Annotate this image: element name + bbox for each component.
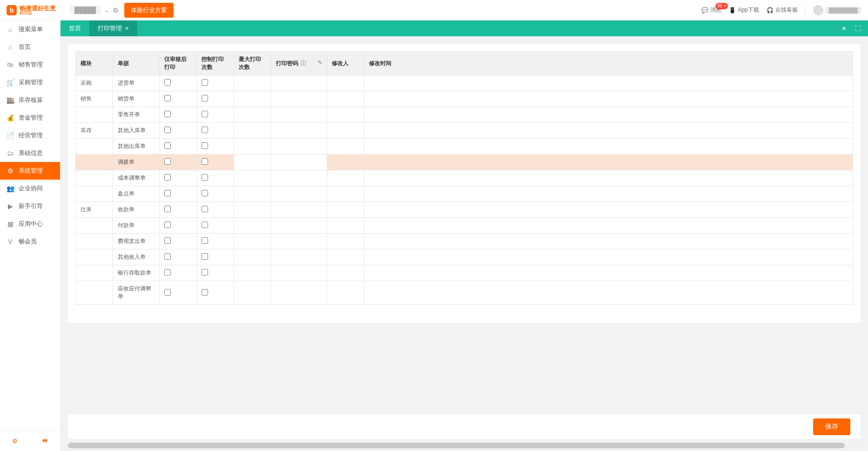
messages-link[interactable]: 💬 消息 99 + <box>701 6 721 14</box>
cell-doc: 盘点单 <box>113 186 160 202</box>
cell-password[interactable] <box>271 170 327 186</box>
table-row: 成本调整单 <box>76 170 853 186</box>
user-menu[interactable]: ████████ <box>813 5 861 15</box>
save-button[interactable]: 保存 <box>813 418 850 435</box>
cell-max-count[interactable] <box>234 91 271 107</box>
limit-count-checkbox[interactable] <box>202 222 208 228</box>
limit-count-checkbox[interactable] <box>202 269 208 276</box>
limit-count-checkbox[interactable] <box>202 158 208 165</box>
cell-max-count[interactable] <box>234 155 271 170</box>
audit-only-checkbox[interactable] <box>164 142 171 149</box>
tab-1[interactable]: 打印管理✕ <box>89 20 137 36</box>
cell-password[interactable] <box>271 281 327 305</box>
cell-password[interactable] <box>271 123 327 139</box>
app-download-link[interactable]: 📱 App下载 <box>729 6 759 14</box>
cell-audit-only <box>160 123 197 139</box>
audit-only-checkbox[interactable] <box>164 158 171 165</box>
cell-max-count[interactable] <box>234 107 271 123</box>
cell-password[interactable] <box>271 186 327 202</box>
sidebar-item-3[interactable]: 🛒采购管理 <box>0 74 60 91</box>
cell-doc: 费用支出单 <box>113 234 160 249</box>
cell-max-count[interactable] <box>234 186 271 202</box>
cell-max-count[interactable] <box>234 123 271 139</box>
gear-icon[interactable]: ⚙ <box>113 7 119 14</box>
audit-only-checkbox[interactable] <box>164 237 171 244</box>
limit-count-checkbox[interactable] <box>202 253 208 260</box>
cell-max-count[interactable] <box>234 75 271 91</box>
limit-count-checkbox[interactable] <box>202 95 208 101</box>
tab-close-icon[interactable]: ✕ <box>125 26 129 32</box>
cell-password[interactable] <box>271 91 327 107</box>
tenant-switcher[interactable]: █████ ⌄ ⚙ <box>70 6 119 14</box>
settings-icon[interactable]: ⚙ <box>12 438 18 444</box>
audit-only-checkbox[interactable] <box>164 111 171 117</box>
cell-password[interactable] <box>271 139 327 155</box>
cell-audit-only <box>160 91 197 107</box>
audit-only-checkbox[interactable] <box>164 206 171 212</box>
limit-count-checkbox[interactable] <box>202 111 208 117</box>
cell-max-count[interactable] <box>234 139 271 155</box>
cell-password[interactable] <box>271 218 327 234</box>
sidebar-item-6[interactable]: 📄经营管理 <box>0 127 60 144</box>
limit-count-checkbox[interactable] <box>202 237 208 244</box>
audit-only-checkbox[interactable] <box>164 127 171 133</box>
limit-count-checkbox[interactable] <box>202 289 208 296</box>
sidebar-item-4[interactable]: 🏬库存核算 <box>0 91 60 109</box>
cell-password[interactable] <box>271 107 327 123</box>
help-icon[interactable]: ⓘ <box>301 60 306 67</box>
cell-max-count[interactable] <box>234 202 271 218</box>
sidebar-item-8[interactable]: ⚙系统管理 <box>0 162 60 180</box>
tab-0[interactable]: 首页 <box>61 20 89 36</box>
audit-only-checkbox[interactable] <box>164 289 171 296</box>
cell-password[interactable] <box>271 202 327 218</box>
cell-limit-count <box>197 91 234 107</box>
limit-count-checkbox[interactable] <box>202 79 208 86</box>
limit-count-checkbox[interactable] <box>202 174 208 181</box>
cell-password[interactable] <box>271 265 327 281</box>
scrollbar-thumb[interactable] <box>68 443 845 448</box>
cell-max-count[interactable] <box>234 249 271 265</box>
audit-only-checkbox[interactable] <box>164 190 171 196</box>
sidebar-item-0[interactable]: ⌕搜索菜单 <box>0 20 60 38</box>
sidebar-item-9[interactable]: 👥企业协同 <box>0 180 60 197</box>
sidebar-item-5[interactable]: 💰资金管理 <box>0 109 60 127</box>
cell-modifier <box>327 75 364 91</box>
audit-only-checkbox[interactable] <box>164 95 171 101</box>
limit-count-checkbox[interactable] <box>202 142 208 149</box>
collapse-icon[interactable]: ⯬ <box>42 438 48 444</box>
sidebar-item-11[interactable]: ▦应用中心 <box>0 215 60 233</box>
edit-icon[interactable]: ✎ <box>318 60 322 66</box>
audit-only-checkbox[interactable] <box>164 253 171 260</box>
horizontal-scrollbar[interactable] <box>68 443 861 448</box>
sidebar-item-label: 系统管理 <box>19 167 43 175</box>
cell-max-count[interactable] <box>234 281 271 305</box>
sidebar-item-1[interactable]: ⌂首页 <box>0 38 60 56</box>
cell-password[interactable] <box>271 249 327 265</box>
audit-only-checkbox[interactable] <box>164 222 171 228</box>
cell-max-count[interactable] <box>234 170 271 186</box>
tab-close-all-icon[interactable]: ✕ <box>839 24 848 33</box>
industry-plan-button[interactable]: 体验行业方案 <box>124 3 174 18</box>
audit-only-checkbox[interactable] <box>164 174 171 181</box>
table-row: 盘点单 <box>76 186 853 202</box>
cell-password[interactable] <box>271 234 327 249</box>
cell-module <box>76 107 113 123</box>
customer-service-link[interactable]: 🎧 在线客服 <box>767 6 798 14</box>
cell-max-count[interactable] <box>234 218 271 234</box>
audit-only-checkbox[interactable] <box>164 79 171 86</box>
limit-count-checkbox[interactable] <box>202 190 208 196</box>
sidebar-item-2[interactable]: 🛍销售管理 <box>0 56 60 74</box>
audit-only-checkbox[interactable] <box>164 269 171 276</box>
limit-count-checkbox[interactable] <box>202 206 208 212</box>
sidebar-item-12[interactable]: V畅会员 <box>0 233 60 250</box>
cell-password[interactable] <box>271 75 327 91</box>
cell-limit-count <box>197 249 234 265</box>
sidebar-item-7[interactable]: 🗂基础信息 <box>0 144 60 162</box>
cell-password[interactable] <box>271 155 327 170</box>
fullscreen-icon[interactable]: ⛶ <box>853 24 862 33</box>
limit-count-checkbox[interactable] <box>202 127 208 133</box>
sidebar-item-label: 基础信息 <box>19 149 43 157</box>
sidebar-item-10[interactable]: ▶新手引导 <box>0 197 60 215</box>
cell-max-count[interactable] <box>234 265 271 281</box>
cell-max-count[interactable] <box>234 234 271 249</box>
